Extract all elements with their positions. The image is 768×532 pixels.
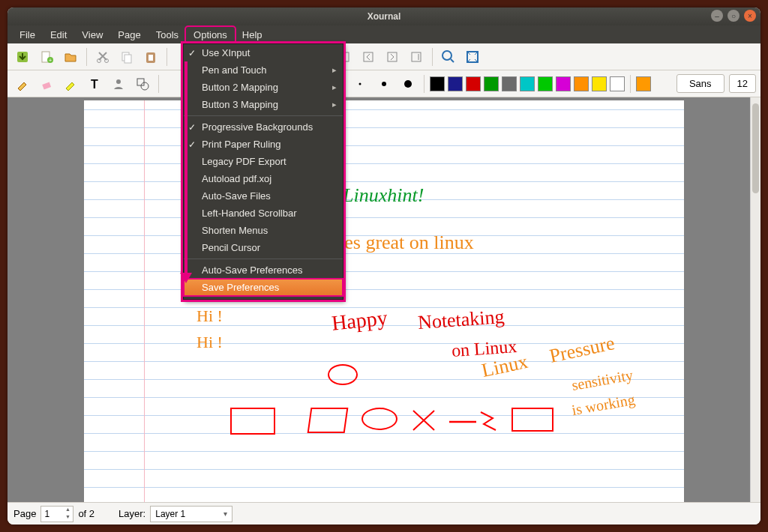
menu-item[interactable]: Auto-Save Files [184, 187, 343, 205]
current-color-swatch[interactable] [636, 76, 651, 91]
svg-text:T: T [91, 78, 98, 91]
page-number-value: 1 [44, 509, 50, 519]
color-swatch[interactable] [520, 76, 535, 91]
svg-point-18 [116, 79, 121, 84]
drawn-rect [230, 408, 275, 435]
menu-item[interactable]: Button 2 Mapping [184, 79, 343, 96]
menu-item[interactable]: Pencil Cursor [184, 239, 343, 256]
menu-options[interactable]: Options [186, 27, 235, 43]
svg-text:+: + [49, 58, 52, 63]
menu-separator [184, 259, 343, 259]
color-swatch[interactable] [556, 76, 571, 91]
drawn-rect [308, 408, 349, 433]
svg-point-22 [382, 82, 386, 86]
hand-text: Hi ! [196, 306, 223, 326]
text-tool-icon[interactable]: T [84, 73, 105, 94]
maximize-button[interactable]: ○ [728, 10, 740, 22]
cut-icon[interactable] [92, 46, 113, 67]
svg-rect-16 [42, 82, 51, 89]
menu-view[interactable]: View [74, 27, 110, 43]
menu-help[interactable]: Help [235, 27, 270, 43]
menu-page[interactable]: Page [110, 27, 148, 43]
save-icon[interactable] [12, 46, 33, 67]
menu-item[interactable]: Auto-Save Preferences [184, 262, 343, 279]
minimize-button[interactable]: – [711, 10, 723, 22]
main-toolbar: + [8, 43, 760, 70]
color-palette [430, 76, 625, 91]
prev-page-icon[interactable] [358, 46, 379, 67]
menu-item[interactable]: Progressive Backgrounds [184, 118, 343, 136]
font-name-button[interactable]: Sans [676, 74, 724, 93]
thin-stroke-icon[interactable] [350, 73, 370, 94]
open-icon[interactable] [60, 46, 81, 67]
drawn-oval [328, 364, 358, 385]
color-swatch[interactable] [430, 76, 445, 91]
separator [432, 48, 433, 66]
drawn-rect [512, 408, 554, 432]
color-swatch[interactable] [574, 76, 589, 91]
canvas-area[interactable]: Linuxhint! les great on linux Hi ! Hi ! … [8, 97, 760, 502]
thick-stroke-icon[interactable] [398, 73, 418, 94]
pen-tool-icon[interactable] [12, 73, 33, 94]
menu-item[interactable]: Button 3 Mapping [184, 96, 343, 113]
separator [344, 75, 344, 93]
font-selector: Sans 12 [676, 74, 756, 93]
vertical-scrollbar[interactable] [750, 97, 760, 502]
fullscreen-icon[interactable] [462, 46, 483, 67]
color-swatch[interactable] [448, 76, 463, 91]
scrollbar-thumb[interactable] [752, 103, 759, 193]
menu-item[interactable]: Save Preferences [184, 279, 343, 296]
highlighter-tool-icon[interactable] [60, 73, 81, 94]
paste-icon[interactable] [140, 46, 161, 67]
hand-text: Linuxhint! [343, 184, 424, 207]
layer-label: Layer: [118, 508, 146, 519]
svg-point-14 [442, 51, 452, 60]
font-size-button[interactable]: 12 [729, 74, 756, 93]
color-swatch[interactable] [592, 76, 607, 91]
hand-text: les great on linux [339, 232, 474, 254]
color-swatch[interactable] [538, 76, 553, 91]
drawn-line [448, 417, 478, 427]
menu-item[interactable]: Legacy PDF Export [184, 153, 343, 170]
shape-tool-icon[interactable] [132, 73, 153, 94]
medium-stroke-icon[interactable] [374, 73, 394, 94]
image-tool-icon[interactable] [108, 73, 129, 94]
zoom-icon[interactable] [438, 46, 459, 67]
color-swatch[interactable] [610, 76, 625, 91]
hand-text: Hi ! [196, 333, 223, 352]
options-dropdown: Use XInputPen and TouchButton 2 MappingB… [183, 43, 344, 300]
page-of-label: of 2 [78, 508, 94, 519]
tool-options-toolbar: T Sans 12 [8, 70, 760, 97]
drawn-x [410, 408, 440, 433]
menu-item[interactable]: Autoload pdf.xoj [184, 170, 343, 187]
color-swatch[interactable] [502, 76, 517, 91]
menu-file[interactable]: File [12, 27, 43, 43]
menu-item[interactable]: Use XInput [184, 44, 343, 61]
menu-item[interactable]: Left-Handed Scrollbar [184, 205, 343, 222]
svg-point-21 [359, 82, 362, 85]
svg-rect-9 [148, 55, 153, 61]
menu-tools[interactable]: Tools [148, 27, 186, 43]
color-swatch[interactable] [484, 76, 499, 91]
eraser-tool-icon[interactable] [36, 73, 57, 94]
drawn-zigzag [478, 408, 500, 433]
next-page-icon[interactable] [382, 46, 403, 67]
drawn-oval [362, 408, 398, 430]
menu-edit[interactable]: Edit [43, 27, 74, 43]
statusbar: Page 1 ▲▼ of 2 Layer: Layer 1 [8, 502, 760, 525]
copy-icon[interactable] [116, 46, 137, 67]
menu-separator [184, 115, 343, 116]
new-icon[interactable]: + [36, 46, 57, 67]
menu-item[interactable]: Print Paper Ruling [184, 136, 343, 153]
svg-point-20 [141, 82, 148, 90]
menu-item[interactable]: Shorten Menus [184, 222, 343, 239]
separator [630, 75, 631, 93]
color-swatch[interactable] [466, 76, 481, 91]
last-page-icon[interactable] [406, 46, 427, 67]
layer-combo[interactable]: Layer 1 [150, 506, 232, 522]
menu-item[interactable]: Pen and Touch [184, 61, 343, 79]
paper-page[interactable]: Linuxhint! les great on linux Hi ! Hi ! … [84, 100, 684, 502]
page-number-spin[interactable]: 1 ▲▼ [40, 506, 74, 522]
close-button[interactable]: × [744, 10, 756, 22]
page-label: Page [14, 508, 36, 519]
